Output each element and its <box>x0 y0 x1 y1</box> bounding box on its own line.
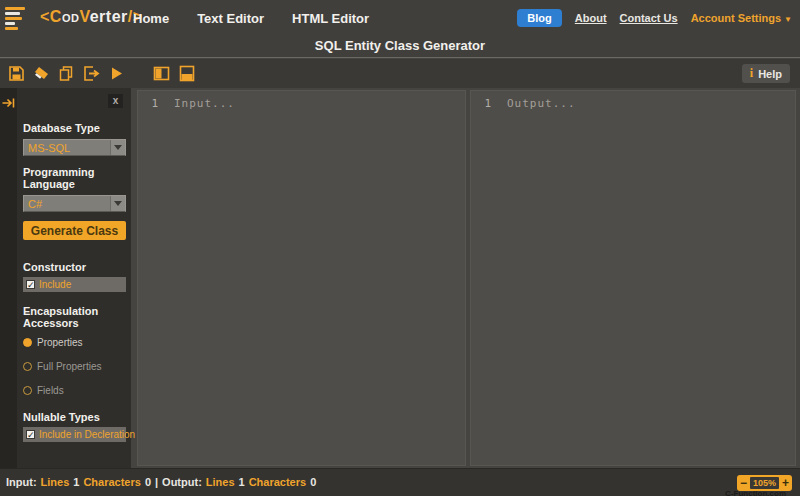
status-input-characters-value: 0 <box>145 476 151 488</box>
database-type-label: Database Type <box>23 122 126 134</box>
sidebar-collapse-strip <box>0 88 17 468</box>
status-input-label: Input: <box>6 476 37 488</box>
checkbox-checked-icon: ✓ <box>26 280 35 289</box>
database-type-select[interactable]: MS-SQL <box>23 139 126 156</box>
codverter-logo[interactable]: <CodVerter/> <box>40 8 143 26</box>
status-counts: Input:Lines1Characters0|Output:Lines1Cha… <box>6 476 320 488</box>
page-title: SQL Entity Class Generator <box>315 38 485 53</box>
editor-line: 1 Input... <box>138 91 465 110</box>
radio-unselected-icon <box>23 362 32 371</box>
nav-item-home[interactable]: Home <box>133 11 169 26</box>
constructor-label: Constructor <box>23 261 126 273</box>
checkbox-checked-icon: ✓ <box>26 430 35 439</box>
logo-od: od <box>62 12 80 24</box>
chevron-down-icon <box>110 140 125 155</box>
zoom-out-button[interactable]: − <box>740 476 747 490</box>
contact-us-link[interactable]: Contact Us <box>620 12 678 24</box>
info-icon: i <box>750 66 753 81</box>
radio-properties[interactable]: Properties <box>23 337 126 348</box>
main-area: x Database Type MS-SQL Programming Langu… <box>0 88 800 468</box>
status-output-characters-value: 0 <box>310 476 316 488</box>
programming-language-value: C# <box>24 198 110 210</box>
nullable-types-label: Nullable Types <box>23 411 126 423</box>
split-horizontal-icon[interactable] <box>178 65 195 82</box>
output-placeholder: Output... <box>507 97 576 110</box>
status-separator: | <box>155 476 158 488</box>
nav-item-text-editor[interactable]: Text Editor <box>197 11 264 26</box>
navbar-right: Blog About Contact Us Account Settings▼ <box>517 0 792 36</box>
constructor-include-label: Include <box>39 279 71 290</box>
zoom-in-button[interactable]: + <box>782 476 789 490</box>
line-number: 1 <box>477 97 491 110</box>
chevron-down-icon: ▼ <box>784 15 792 24</box>
logo-open-bracket: < <box>40 8 50 25</box>
status-lines-label: Lines <box>41 476 70 488</box>
logo-erter: erter <box>90 8 128 25</box>
blog-button[interactable]: Blog <box>517 9 561 27</box>
chevron-down-icon <box>110 196 125 211</box>
eraser-icon[interactable] <box>33 65 50 82</box>
line-number: 1 <box>144 97 158 110</box>
titlebar: SQL Entity Class Generator <box>0 36 800 58</box>
save-icon[interactable] <box>8 65 25 82</box>
close-icon[interactable]: x <box>108 94 123 108</box>
account-settings-label: Account Settings <box>691 12 781 24</box>
app-window: <CodVerter/> Home Text Editor HTML Edito… <box>0 0 800 496</box>
hamburger-menu-icon[interactable] <box>5 7 29 29</box>
encapsulation-accessors-label: Encapsulation Accessors <box>23 305 126 329</box>
radio-selected-icon <box>23 338 32 347</box>
status-output-label: Output: <box>162 476 202 488</box>
logo-c: C <box>50 8 62 25</box>
pin-sidebar-icon[interactable] <box>2 96 16 114</box>
status-lines-label: Lines <box>206 476 235 488</box>
output-editor[interactable]: 1 Output... <box>470 90 796 466</box>
editor-line: 1 Output... <box>471 91 795 110</box>
radio-properties-label: Properties <box>37 337 83 348</box>
help-button[interactable]: i Help <box>742 64 790 83</box>
split-vertical-icon[interactable] <box>153 65 170 82</box>
input-placeholder: Input... <box>174 97 235 110</box>
toolbar: i Help <box>0 59 800 88</box>
zoom-level-value: 105% <box>750 477 779 489</box>
account-settings-menu[interactable]: Account Settings▼ <box>691 12 792 24</box>
radio-full-properties[interactable]: Full Properties <box>23 361 126 372</box>
constructor-include-checkbox[interactable]: ✓ Include <box>23 277 126 292</box>
status-input-lines-value: 1 <box>73 476 79 488</box>
nullable-include-checkbox[interactable]: ✓ Include in Decleration <box>23 427 126 442</box>
nav-item-html-editor[interactable]: HTML Editor <box>292 11 369 26</box>
status-output-lines-value: 1 <box>239 476 245 488</box>
export-icon[interactable] <box>83 65 100 82</box>
database-type-value: MS-SQL <box>24 142 110 154</box>
run-icon[interactable] <box>108 65 125 82</box>
help-label: Help <box>758 68 782 80</box>
nullable-include-label: Include in Decleration <box>39 429 135 440</box>
logo-v: V <box>79 8 89 25</box>
copy-icon[interactable] <box>58 65 75 82</box>
radio-fields[interactable]: Fields <box>23 385 126 396</box>
about-link[interactable]: About <box>575 12 607 24</box>
generate-class-button[interactable]: Generate Class <box>23 221 126 240</box>
options-panel: x Database Type MS-SQL Programming Langu… <box>17 88 131 468</box>
watermark-text: C-Function.com <box>725 489 786 496</box>
radio-fields-label: Fields <box>37 385 64 396</box>
status-characters-label: Characters <box>249 476 306 488</box>
radio-full-properties-label: Full Properties <box>37 361 101 372</box>
radio-unselected-icon <box>23 386 32 395</box>
input-editor[interactable]: 1 Input... <box>137 90 466 466</box>
main-menu: Home Text Editor HTML Editor <box>133 0 369 36</box>
navbar: <CodVerter/> Home Text Editor HTML Edito… <box>0 0 800 36</box>
programming-language-select[interactable]: C# <box>23 195 126 212</box>
status-characters-label: Characters <box>83 476 140 488</box>
programming-language-label: Programming Language <box>23 166 126 190</box>
status-bar: Input:Lines1Characters0|Output:Lines1Cha… <box>0 468 800 496</box>
